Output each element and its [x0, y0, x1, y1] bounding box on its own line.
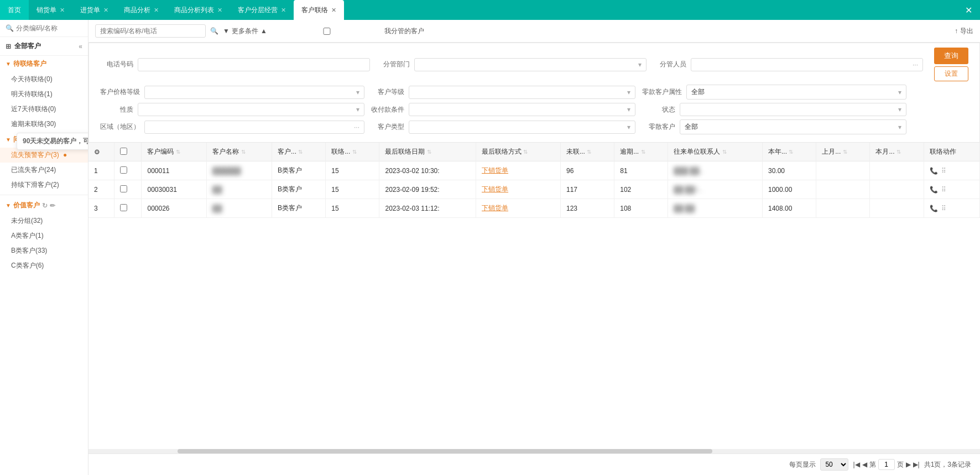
price-grade-select[interactable]: ▾ [144, 86, 364, 99]
tab-customer-layer-close[interactable]: ✕ [281, 7, 286, 14]
sort-icon-last-month[interactable]: ⇅ [843, 149, 847, 155]
cell-checkbox[interactable] [114, 161, 142, 180]
cell-overdue: 102 [614, 180, 668, 199]
last-method-link[interactable]: 下销货单 [482, 166, 508, 174]
select-all-checkbox[interactable] [120, 148, 127, 155]
sort-icon-last-date[interactable]: ⇅ [427, 149, 431, 155]
sidebar-item-c-class[interactable]: C类客户(6) [0, 258, 88, 273]
sidebar-all-customers[interactable]: ⊞ 全部客户 « [0, 37, 88, 56]
sidebar-item-7days[interactable]: 近7天待联络(0) [0, 102, 88, 117]
dept-select[interactable]: ▾ [414, 58, 647, 71]
sort-icon-uncontact[interactable]: ⇅ [587, 149, 591, 155]
action-phone-icon[interactable]: 📞 [930, 167, 938, 175]
region-dots-icon[interactable]: ··· [354, 123, 359, 131]
tab-purchase-close[interactable]: ✕ [103, 7, 108, 14]
sidebar-divider [0, 195, 88, 195]
sort-icon-this-year[interactable]: ⇅ [789, 149, 793, 155]
more-conditions-btn[interactable]: ▼ 更多条件 ▲ [223, 27, 267, 36]
tab-analysis-list[interactable]: 商品分析列表 ✕ [166, 0, 230, 20]
sort-icon-name[interactable]: ⇅ [241, 149, 246, 155]
cell-last-method: 下销货单 [476, 161, 561, 180]
last-method-link[interactable]: 下销货单 [482, 185, 508, 193]
tab-analysis[interactable]: 商品分析 ✕ [116, 0, 166, 20]
last-method-link[interactable]: 下销货单 [482, 204, 508, 212]
refresh-icon[interactable]: ↻ [42, 202, 48, 210]
sidebar-group-value[interactable]: ▼ 价值客户 ↻ ✏ [0, 197, 88, 213]
page-size-select[interactable]: 50 20 100 [820, 458, 848, 471]
query-btn[interactable]: 查询 [934, 48, 968, 64]
sidebar-item-churned[interactable]: 已流失客户(24) [0, 163, 88, 178]
sidebar-item-a-class[interactable]: A类客户(1) [0, 228, 88, 243]
sort-icon-unit-contact[interactable]: ⇅ [722, 149, 727, 155]
edit-icon[interactable]: ✏ [50, 202, 55, 210]
tab-analysis-list-label: 商品分析列表 [174, 6, 214, 15]
row-checkbox[interactable] [120, 204, 127, 211]
sidebar-item-overdue[interactable]: 逾期未联络(30) [0, 117, 88, 132]
my-customers-checkbox-area[interactable]: 我分管的客户 [272, 27, 424, 36]
page-next-btn[interactable]: ▶ [906, 461, 911, 468]
table-scrollbar-thumb[interactable] [178, 449, 712, 453]
tab-purchase[interactable]: 进货单 ✕ [72, 0, 116, 20]
sort-icon-last-method[interactable]: ⇅ [523, 149, 528, 155]
setting-btn[interactable]: 设置 [934, 66, 968, 81]
col-settings[interactable]: ⚙ [88, 143, 114, 161]
action-phone-icon[interactable]: 📞 [930, 186, 938, 194]
table-scrollbar[interactable] [88, 449, 980, 453]
row-checkbox[interactable] [120, 185, 127, 192]
person-dots-icon[interactable]: ··· [913, 61, 918, 69]
sidebar-item-b-class[interactable]: B类客户(33) [0, 243, 88, 258]
tab-analysis-list-close[interactable]: ✕ [217, 7, 222, 14]
row-checkbox[interactable] [120, 166, 127, 174]
sidebar-item-today[interactable]: 今天待联络(0) [0, 72, 88, 87]
action-phone-icon[interactable]: 📞 [930, 205, 938, 212]
search-input[interactable] [95, 24, 206, 38]
sort-icon-overdue[interactable]: ⇅ [641, 149, 645, 155]
cell-checkbox[interactable] [114, 199, 142, 218]
region-select[interactable]: ··· [144, 121, 364, 134]
tooltip-problem: 90天未交易的客户，可能有流失风险。 [17, 133, 88, 150]
status-select[interactable]: ▾ [680, 103, 906, 116]
cell-checkbox[interactable] [114, 180, 142, 199]
payment-select[interactable]: ▾ [409, 103, 635, 116]
page-first-btn[interactable]: |◀ [853, 461, 859, 468]
sort-icon-code[interactable]: ⇅ [176, 149, 180, 155]
page-prev-btn[interactable]: ◀ [862, 461, 867, 468]
gender-select[interactable]: ▾ [138, 103, 364, 116]
sidebar-item-tomorrow[interactable]: 明天待联络(1) [0, 87, 88, 102]
my-customers-checkbox[interactable] [272, 28, 382, 35]
sidebar-item-ungrouped[interactable]: 未分组(32) [0, 213, 88, 228]
tab-customer-contact[interactable]: 客户联络 ✕ [294, 0, 344, 20]
sidebar-item-churn-warning[interactable]: 流失预警客户(3) ● [0, 148, 88, 163]
sort-icon-this-month[interactable]: ⇅ [896, 149, 901, 155]
filter-phone: 电话号码 [100, 58, 370, 71]
tab-analysis-close[interactable]: ✕ [154, 7, 159, 14]
sidebar-group-pending[interactable]: ▼ 待联络客户 [0, 56, 88, 72]
customer-type-select[interactable]: ▾ [409, 121, 635, 134]
zero-attr-select[interactable]: 全部 ▾ [686, 85, 906, 100]
sort-icon-type[interactable]: ⇅ [298, 149, 303, 155]
page-input[interactable] [878, 459, 895, 470]
tab-customer-contact-close[interactable]: ✕ [331, 7, 336, 14]
window-close-btn[interactable]: ✕ [957, 5, 980, 15]
sidebar-search-input[interactable] [16, 24, 88, 32]
sidebar-item-declining[interactable]: 持续下滑客户(2) [0, 178, 88, 192]
export-btn[interactable]: ↑ 导出 [955, 27, 973, 36]
tab-sales[interactable]: 销货单 ✕ [29, 0, 72, 20]
action-more-icon[interactable]: ⠿ [941, 186, 946, 194]
sort-icon-contact[interactable]: ⇅ [352, 149, 357, 155]
phone-input[interactable] [138, 58, 370, 71]
page-last-btn[interactable]: ▶| [913, 461, 920, 468]
tab-sales-close[interactable]: ✕ [60, 7, 65, 14]
action-more-icon[interactable]: ⠿ [941, 167, 946, 175]
collapse-icon[interactable]: « [79, 43, 82, 50]
sidebar-group-problem[interactable]: ▼ 问题客户 90天未交易的客户，可能有流失风险。 [0, 132, 88, 148]
cell-overdue: 81 [614, 161, 668, 180]
person-select[interactable]: ··· [691, 58, 923, 71]
tab-home[interactable]: 首页 [0, 0, 29, 20]
grade-select[interactable]: ▾ [409, 86, 635, 99]
action-more-icon[interactable]: ⠿ [941, 205, 946, 212]
tab-customer-layer[interactable]: 客户分层经营 ✕ [230, 0, 294, 20]
col-checkbox[interactable] [114, 143, 142, 161]
search-btn-icon[interactable]: 🔍 [210, 27, 218, 35]
zero-customer-select[interactable]: 全部 ▾ [680, 119, 906, 134]
